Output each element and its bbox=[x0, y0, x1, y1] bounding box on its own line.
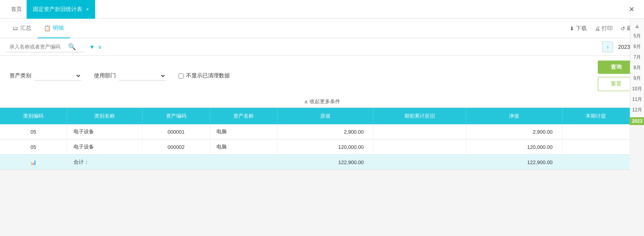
action-buttons: 查询 重置 bbox=[598, 61, 635, 91]
right-sidebar: ▲ 5月 6月 7月 8月 9月 10月 11月 12月 2023 bbox=[630, 19, 644, 125]
col-header-current-depr: 本期计提 bbox=[562, 108, 630, 124]
col-header-accum-depr: 期初累计折旧 bbox=[373, 108, 466, 124]
asset-type-select[interactable] bbox=[34, 72, 81, 80]
data-table: 类别编码 类别名称 资产编码 资产名称 原值 期初累计折旧 净值 本期计提 05… bbox=[0, 108, 630, 170]
active-tab[interactable]: 固定资产折旧统计表 × bbox=[27, 0, 95, 19]
print-label: 打印 bbox=[602, 25, 613, 32]
data-table-wrap: 类别编码 类别名称 资产编码 资产名称 原值 期初累计折旧 净值 本期计提 05… bbox=[0, 108, 630, 170]
detail-label: 明细 bbox=[53, 25, 64, 32]
total-original: 122,900.00 bbox=[277, 155, 373, 170]
row1-category: 电子设备 bbox=[67, 124, 142, 139]
sidebar-month-7[interactable]: 7月 bbox=[630, 52, 644, 62]
table-row[interactable]: 05 电子设备 000001 电脑 2,900.00 2,900.00 bbox=[0, 124, 630, 139]
search-wrap: 🔍 bbox=[6, 41, 85, 52]
filter-icon: ▼ bbox=[89, 44, 95, 50]
dept-select[interactable] bbox=[119, 72, 166, 80]
row1-original: 2,900.00 bbox=[277, 124, 373, 139]
top-nav: 首页 固定资产折旧统计表 × ✕ bbox=[0, 0, 644, 19]
col-header-net-value: 净值 bbox=[466, 108, 562, 124]
reset-button[interactable]: 重置 bbox=[598, 77, 635, 91]
col-header-category: 类别名称 bbox=[67, 108, 142, 124]
sidebar-month-11[interactable]: 11月 bbox=[630, 95, 644, 104]
query-button[interactable]: 查询 bbox=[598, 61, 635, 74]
exclude-cleared-checkbox[interactable] bbox=[179, 73, 184, 79]
row2-current-depr bbox=[562, 139, 630, 155]
close-tab-icon[interactable]: × bbox=[86, 7, 89, 12]
row2-original: 120,000.00 bbox=[277, 139, 373, 155]
col-header-asset-name: 资产名称 bbox=[210, 108, 277, 124]
row2-asset-code: 000002 bbox=[143, 139, 210, 155]
summary-icon: 🗂 bbox=[13, 25, 18, 31]
exclude-cleared-label: 不显示已清理数据 bbox=[186, 72, 230, 79]
sidebar-up-button[interactable]: ▲ bbox=[633, 22, 641, 30]
sub-tabs-left: 🗂 汇总 📋 明细 bbox=[6, 19, 70, 38]
row1-net-value: 2,900.00 bbox=[466, 124, 562, 139]
sidebar-month-9[interactable]: 9月 bbox=[630, 73, 644, 83]
home-tab[interactable]: 首页 bbox=[6, 6, 27, 13]
active-tab-label: 固定资产折旧统计表 bbox=[33, 6, 82, 13]
tab-summary[interactable]: 🗂 汇总 bbox=[6, 19, 38, 38]
sidebar-year[interactable]: 2023 bbox=[630, 117, 644, 125]
download-button[interactable]: ⬇ 下载 bbox=[570, 25, 587, 32]
total-row: 📊 合计： 122,900.00 122,900.00 bbox=[0, 155, 630, 170]
chevron-up-icon: ∧ bbox=[304, 99, 308, 105]
asset-type-group: 资产类别 bbox=[9, 72, 81, 80]
collapse-more-button[interactable]: ∧ 收起更多条件 bbox=[9, 96, 635, 107]
sidebar-month-6[interactable]: 6月 bbox=[630, 42, 644, 52]
row2-net-value: 120,000.00 bbox=[466, 139, 562, 155]
sidebar-month-8[interactable]: 8月 bbox=[630, 63, 644, 73]
total-icon: 📊 bbox=[0, 155, 67, 170]
dept-label: 使用部门 bbox=[94, 72, 116, 79]
chevron-down-icon: ∨ bbox=[98, 44, 102, 50]
filter-row: 资产类别 使用部门 不显示已清理数据 查询 重置 bbox=[9, 61, 635, 91]
sub-tabs-bar: 🗂 汇总 📋 明细 ⬇ 下载 🖨 打印 ↺ 刷新 bbox=[0, 19, 644, 38]
search-input[interactable] bbox=[9, 44, 68, 50]
toolbar: ⬇ 下载 🖨 打印 ↺ 刷新 bbox=[570, 25, 638, 32]
col-header-original: 原值 bbox=[277, 108, 373, 124]
table-header-row: 类别编码 类别名称 资产编码 资产名称 原值 期初累计折旧 净值 本期计提 bbox=[0, 108, 630, 124]
row2-accum-depr bbox=[373, 139, 466, 155]
exclude-cleared-group: 不显示已清理数据 bbox=[179, 72, 230, 79]
dept-group: 使用部门 bbox=[94, 72, 166, 80]
tab-detail[interactable]: 📋 明细 bbox=[38, 19, 70, 38]
collapse-more-label: 收起更多条件 bbox=[310, 98, 340, 105]
total-label: 合计： bbox=[67, 155, 277, 170]
row2-code: 05 bbox=[0, 139, 67, 155]
total-current-depr bbox=[562, 155, 630, 170]
detail-icon: 📋 bbox=[44, 25, 51, 31]
col-header-asset-code: 资产编码 bbox=[143, 108, 210, 124]
more-filter-button[interactable]: ▼ ∨ bbox=[89, 44, 102, 50]
advanced-filter: 资产类别 使用部门 不显示已清理数据 查询 重置 ∧ 收起更多条件 bbox=[0, 56, 644, 108]
asset-type-label: 资产类别 bbox=[9, 72, 31, 79]
download-label: 下载 bbox=[576, 25, 587, 32]
sidebar-month-5[interactable]: 5月 bbox=[630, 31, 644, 41]
row2-category: 电子设备 bbox=[67, 139, 142, 155]
row1-asset-name: 电脑 bbox=[210, 124, 277, 139]
total-accum-depr bbox=[373, 155, 466, 170]
print-button[interactable]: 🖨 打印 bbox=[595, 25, 613, 32]
download-icon: ⬇ bbox=[570, 25, 574, 32]
col-header-code: 类别编码 bbox=[0, 108, 67, 124]
search-icon: 🔍 bbox=[68, 43, 76, 50]
sidebar-month-12[interactable]: 12月 bbox=[630, 105, 644, 115]
print-icon: 🖨 bbox=[595, 25, 600, 32]
row1-current-depr bbox=[562, 124, 630, 139]
total-net-value: 122,900.00 bbox=[466, 155, 562, 170]
row1-code: 05 bbox=[0, 124, 67, 139]
filter-bar: 🔍 ▼ ∨ › 2023.01 bbox=[0, 38, 644, 56]
window-close-button[interactable]: ✕ bbox=[629, 5, 635, 14]
summary-label: 汇总 bbox=[20, 25, 31, 32]
refresh-icon: ↺ bbox=[621, 25, 625, 32]
sidebar-month-10[interactable]: 10月 bbox=[630, 84, 644, 94]
row2-asset-name: 电脑 bbox=[210, 139, 277, 155]
row1-accum-depr bbox=[373, 124, 466, 139]
table-row[interactable]: 05 电子设备 000002 电脑 120,000.00 120,000.00 bbox=[0, 139, 630, 155]
row1-asset-code: 000001 bbox=[143, 124, 210, 139]
collapse-panel-button[interactable]: › bbox=[602, 41, 613, 52]
